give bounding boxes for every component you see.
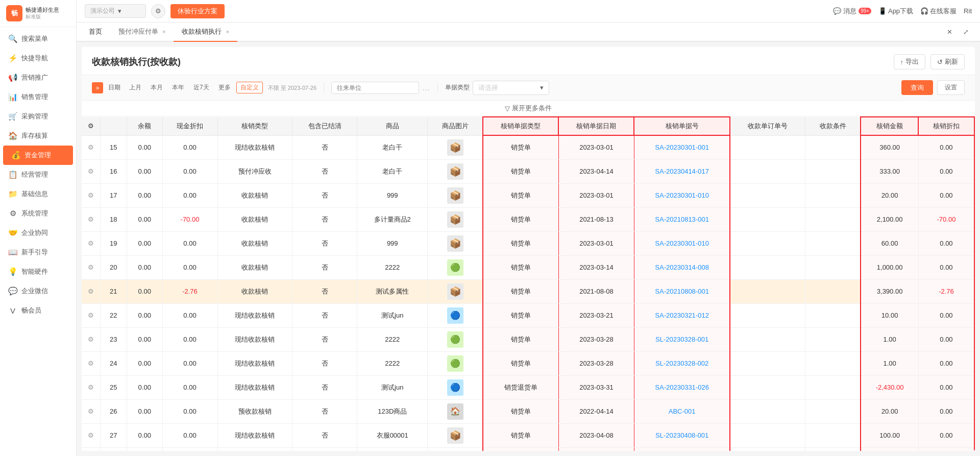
sidebar-item-5[interactable]: 🏠 库存核算 xyxy=(0,126,76,146)
date-btn-custom[interactable]: 自定义 xyxy=(236,82,263,93)
row-gear-icon[interactable]: ⚙ xyxy=(87,263,95,271)
td-gear[interactable]: ⚙ xyxy=(82,447,100,451)
sidebar-item-1[interactable]: ⚡ 快捷导航 xyxy=(0,49,76,68)
td-gear[interactable]: ⚙ xyxy=(82,207,100,231)
row-gear-icon[interactable]: ⚙ xyxy=(87,167,95,175)
td-gear[interactable]: ⚙ xyxy=(82,159,100,183)
doc-no-link[interactable]: SA-20230321-012 xyxy=(655,311,709,319)
topbar-left: 演示公司 ▾ ⚙ 休验行业方案 xyxy=(85,4,827,18)
date-btn-this-month[interactable]: 本月 xyxy=(147,82,166,93)
doc-no-link[interactable]: SA-20230414-017 xyxy=(655,167,709,175)
doc-no-link[interactable]: SA-20230301-001 xyxy=(655,143,709,151)
td-gear[interactable]: ⚙ xyxy=(82,423,100,447)
doc-type-select[interactable]: 请选择 ▾ xyxy=(473,81,549,95)
tab-expand-button[interactable]: ⤢ xyxy=(960,26,972,38)
td-gear[interactable]: ⚙ xyxy=(82,279,100,303)
td-gear[interactable]: ⚙ xyxy=(82,351,100,375)
sidebar-item-3[interactable]: 📊 销售管理 xyxy=(0,87,76,107)
td-balance: 0.00 xyxy=(127,327,162,351)
td-gear[interactable]: ⚙ xyxy=(82,231,100,255)
sidebar-item-13[interactable]: 💬 企业微信 xyxy=(0,281,76,301)
tab-home[interactable]: 首页 xyxy=(81,22,110,42)
td-has-settled: 否 xyxy=(292,159,357,183)
td-gear[interactable]: ⚙ xyxy=(82,399,100,423)
td-doc-date: 2023-04-14 xyxy=(558,159,634,183)
doc-no-link[interactable]: SA-20230301-010 xyxy=(655,191,709,199)
online-service-button[interactable]: 🎧 在线客服 xyxy=(920,7,957,16)
table-row: ⚙ 25 0.00 0.00 现结收款核销 否 测试jun 🔵 销货退货单 20… xyxy=(82,375,974,399)
sidebar-item-7[interactable]: 📋 经营管理 xyxy=(0,165,76,184)
doc-no-link[interactable]: SL-20230408-001 xyxy=(655,431,708,439)
sidebar-item-0[interactable]: 🔍 搜索菜单 xyxy=(0,29,76,49)
row-gear-icon[interactable]: ⚙ xyxy=(87,431,95,439)
nav-icon-13: 💬 xyxy=(8,286,17,296)
row-gear-icon[interactable]: ⚙ xyxy=(87,239,95,247)
td-gear[interactable]: ⚙ xyxy=(82,327,100,351)
tab-prepay-close-icon[interactable]: × xyxy=(162,29,165,35)
doc-no-link[interactable]: ABC-001 xyxy=(669,407,696,415)
doc-no-link[interactable]: SA-20230301-010 xyxy=(655,239,709,247)
refresh-button[interactable]: ↺ 刷新 xyxy=(930,54,965,69)
sidebar-item-14[interactable]: V 畅会员 xyxy=(0,301,76,320)
row-gear-icon[interactable]: ⚙ xyxy=(87,287,95,295)
row-gear-icon[interactable]: ⚙ xyxy=(87,311,95,319)
app-download-button[interactable]: 📱 App下载 xyxy=(878,7,913,16)
user-menu[interactable]: Rit xyxy=(964,7,972,15)
doc-no-link[interactable]: SA-20210808-001 xyxy=(655,287,709,295)
expand-more-filters-button[interactable]: ▽ 展开更多条件 xyxy=(505,104,552,113)
td-cash-discount: 0.00 xyxy=(162,327,217,351)
row-gear-icon[interactable]: ⚙ xyxy=(87,359,95,367)
industry-solution-button[interactable]: 休验行业方案 xyxy=(170,4,225,18)
tab-writeoff-close-icon[interactable]: × xyxy=(226,29,229,35)
date-btn-this-year[interactable]: 本年 xyxy=(168,82,188,93)
export-button[interactable]: ↑ 导出 xyxy=(894,54,926,69)
td-balance: 0.00 xyxy=(127,351,162,375)
sidebar-item-2[interactable]: 📢 营销推广 xyxy=(0,68,76,87)
company-selector[interactable]: 演示公司 ▾ xyxy=(85,4,146,18)
date-btn-last-month[interactable]: 上月 xyxy=(126,82,145,93)
row-gear-icon[interactable]: ⚙ xyxy=(87,191,95,199)
sidebar-item-4[interactable]: 🛒 采购管理 xyxy=(0,107,76,126)
doc-no-link[interactable]: SL-20230328-001 xyxy=(655,335,708,343)
th-settings[interactable]: ⚙ xyxy=(82,117,100,135)
row-gear-icon[interactable]: ⚙ xyxy=(87,143,95,151)
td-gear[interactable]: ⚙ xyxy=(82,303,100,327)
doc-no-link[interactable]: SA-20210813-001 xyxy=(655,215,709,223)
doc-no-link[interactable]: SL-20230328-002 xyxy=(655,359,708,367)
sidebar-item-10[interactable]: 🤝 企业协同 xyxy=(0,223,76,243)
doc-no-link[interactable]: SA-20230331-026 xyxy=(655,383,709,391)
td-writeoff-amount: 1,000.00 xyxy=(861,255,918,279)
sidebar-item-6[interactable]: 💰 资金管理 xyxy=(3,146,73,165)
row-gear-icon[interactable]: ⚙ xyxy=(87,215,95,223)
expand-filter-button[interactable]: » xyxy=(92,82,103,93)
expand-icon: ▽ xyxy=(505,105,510,112)
row-gear-icon[interactable]: ⚙ xyxy=(87,383,95,391)
sidebar-item-8[interactable]: 📁 基础信息 xyxy=(0,184,76,204)
td-gear[interactable]: ⚙ xyxy=(82,183,100,207)
settings-button[interactable]: ⚙ xyxy=(151,4,165,18)
tab-close-all-button[interactable]: ✕ xyxy=(943,26,955,38)
message-button[interactable]: 💬 消息 99+ xyxy=(833,7,871,16)
counterparty-more-icon[interactable]: … xyxy=(422,83,430,92)
sidebar-item-9[interactable]: ⚙ 系统管理 xyxy=(0,204,76,223)
row-gear-icon[interactable]: ⚙ xyxy=(87,335,95,343)
td-doc-no: SL-20230408-001 xyxy=(634,423,730,447)
tab-prepay[interactable]: 预付冲应付单 × xyxy=(110,22,174,42)
filter-settings-button[interactable]: 设置 xyxy=(937,80,965,95)
sidebar-item-12[interactable]: 💡 智能硬件 xyxy=(0,262,76,281)
query-button[interactable]: 查询 xyxy=(901,80,933,95)
tab-writeoff[interactable]: 收款核销执行 × xyxy=(174,22,237,42)
sidebar-item-11[interactable]: 📖 新手引导 xyxy=(0,243,76,262)
td-gear[interactable]: ⚙ xyxy=(82,375,100,399)
td-balance: 0.00 xyxy=(127,423,162,447)
row-gear-icon[interactable]: ⚙ xyxy=(87,407,95,415)
nav-icon-2: 📢 xyxy=(8,73,17,82)
date-btn-more[interactable]: 更多 xyxy=(215,82,234,93)
date-btn-7days[interactable]: 近7天 xyxy=(190,82,213,93)
td-gear[interactable]: ⚙ xyxy=(82,255,100,279)
counterparty-input[interactable] xyxy=(331,82,419,94)
doc-no-link[interactable]: SA-20230314-008 xyxy=(655,263,709,271)
nav-icon-1: ⚡ xyxy=(8,54,17,63)
th-writeoff-type: 核销类型 xyxy=(217,117,292,135)
td-gear[interactable]: ⚙ xyxy=(82,135,100,159)
